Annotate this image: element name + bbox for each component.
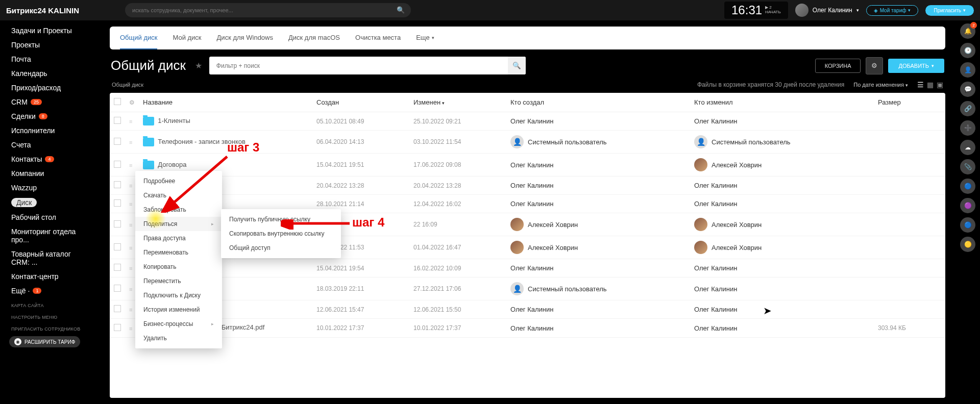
breadcrumb[interactable]: Общий диск bbox=[112, 82, 143, 88]
sidebar-item[interactable]: Wazzup bbox=[0, 181, 100, 195]
add-button[interactable]: ДОБАВИТЬ ▾ bbox=[888, 59, 944, 73]
row-checkbox[interactable] bbox=[114, 138, 121, 145]
select-all-checkbox[interactable] bbox=[114, 98, 121, 105]
sidebar-item[interactable]: Сделки8 bbox=[0, 109, 100, 123]
tariff-button[interactable]: ◈ Мой тариф ▾ bbox=[866, 5, 919, 16]
rail-icon[interactable]: 🕑 bbox=[960, 43, 975, 58]
sidebar-item[interactable]: Календарь bbox=[0, 66, 100, 81]
sidebar-footer-link[interactable]: ПРИГЛАСИТЬ СОТРУДНИКОВ bbox=[0, 321, 100, 333]
tab[interactable]: Очистка места bbox=[355, 27, 401, 49]
row-checkbox[interactable] bbox=[114, 181, 121, 188]
expand-tariff-button[interactable]: ◉РАСШИРИТЬ ТАРИФ bbox=[9, 336, 80, 347]
rail-icon[interactable]: 💬 bbox=[960, 82, 975, 97]
row-checkbox[interactable] bbox=[114, 285, 121, 292]
sidebar-item[interactable]: Компании bbox=[0, 166, 100, 181]
context-menu-item[interactable]: История изменений bbox=[135, 302, 222, 317]
rail-icon[interactable]: 🔵 bbox=[960, 179, 975, 194]
row-checkbox[interactable] bbox=[114, 199, 121, 207]
drag-handle-icon[interactable]: ≡ bbox=[129, 118, 132, 124]
context-menu-item[interactable]: Подключить к Диску bbox=[135, 288, 222, 302]
table-row[interactable]: ≡ 1-Клиенты05.10.2021 08:4925.10.2022 09… bbox=[110, 112, 945, 131]
rail-icon[interactable]: 🔗 bbox=[960, 101, 975, 116]
sidebar-footer-link[interactable]: НАСТРОИТЬ МЕНЮ bbox=[0, 310, 100, 321]
sidebar-item[interactable]: Исполнители bbox=[0, 123, 100, 138]
drag-handle-icon[interactable]: ≡ bbox=[129, 325, 132, 332]
col-size[interactable]: Размер bbox=[874, 93, 945, 112]
search-input[interactable] bbox=[125, 3, 411, 17]
rail-icon[interactable]: 🟣 bbox=[960, 198, 975, 213]
context-menu-item[interactable]: Скачать bbox=[135, 188, 222, 203]
sidebar-item[interactable]: Ещё ·1 bbox=[0, 284, 100, 298]
table-row[interactable]: ≡PDF Сравнение тарифов Битрикс24.pdf10.0… bbox=[110, 319, 945, 338]
sidebar-item[interactable]: Счета bbox=[0, 138, 100, 152]
drag-handle-icon[interactable]: ≡ bbox=[129, 286, 132, 292]
file-name[interactable]: 1-Клиенты bbox=[139, 112, 312, 131]
row-checkbox[interactable] bbox=[114, 305, 121, 312]
drag-handle-icon[interactable]: ≡ bbox=[129, 201, 132, 207]
sidebar-item[interactable]: CRM25 bbox=[0, 95, 100, 109]
tile-view-icon[interactable]: ▣ bbox=[937, 81, 943, 89]
table-row[interactable]: ≡ 12.06.2021 15:4712.06.2021 15:50Олег К… bbox=[110, 300, 945, 319]
sidebar-item[interactable]: Мониторинг отдела про... bbox=[0, 224, 100, 247]
rail-icon[interactable]: 👤 bbox=[960, 62, 975, 78]
rail-icon[interactable]: 🟡 bbox=[960, 237, 975, 252]
context-menu-item[interactable]: Поделиться▸ bbox=[135, 217, 222, 231]
file-name[interactable]: Телефония - записи звонков bbox=[139, 131, 312, 154]
sidebar-item[interactable]: Товарный каталог CRM: ... bbox=[0, 247, 100, 269]
col-modified[interactable]: Изменен▾ bbox=[409, 93, 506, 112]
context-submenu-item[interactable]: Общий доступ bbox=[221, 241, 341, 255]
list-view-icon[interactable]: ☰ bbox=[917, 81, 924, 89]
tab[interactable]: Мой диск bbox=[173, 27, 201, 49]
col-modifier[interactable]: Кто изменил bbox=[690, 93, 874, 112]
drag-handle-icon[interactable]: ≡ bbox=[129, 245, 132, 251]
sidebar-item[interactable]: Проекты bbox=[0, 38, 100, 52]
sort-dropdown[interactable]: По дате изменения ▾ bbox=[853, 82, 908, 88]
context-submenu-item[interactable]: Получить публичную ссылку bbox=[221, 212, 341, 226]
filter-input[interactable] bbox=[209, 57, 526, 74]
drag-handle-icon[interactable]: ≡ bbox=[129, 162, 132, 168]
context-menu-item[interactable]: Переименовать bbox=[135, 245, 222, 260]
context-menu-item[interactable]: Переместить bbox=[135, 274, 222, 288]
drag-handle-icon[interactable]: ≡ bbox=[129, 139, 132, 145]
sidebar-footer-link[interactable]: КАРТА САЙТА bbox=[0, 298, 100, 310]
sidebar-item[interactable]: Контакты4 bbox=[0, 152, 100, 166]
table-row[interactable]: ≡ 15.04.2021 19:5416.02.2022 10:09Олег К… bbox=[110, 259, 945, 277]
table-row[interactable]: ≡ Телефония - записи звонков06.04.2020 1… bbox=[110, 131, 945, 154]
drag-handle-icon[interactable]: ≡ bbox=[129, 222, 132, 228]
col-name[interactable]: Название bbox=[139, 93, 312, 112]
star-icon[interactable]: ★ bbox=[195, 61, 202, 70]
tab[interactable]: Диск для Windows bbox=[217, 27, 273, 49]
table-row[interactable]: ≡ Договора15.04.2021 19:5117.06.2022 09:… bbox=[110, 154, 945, 176]
sidebar-item[interactable]: Задачи и Проекты bbox=[0, 23, 100, 38]
trash-button[interactable]: КОРЗИНА bbox=[815, 59, 861, 73]
context-menu-item[interactable]: Права доступа bbox=[135, 231, 222, 245]
drag-handle-icon[interactable]: ≡ bbox=[129, 265, 132, 271]
tab[interactable]: Общий диск bbox=[120, 27, 157, 49]
global-search[interactable]: 🔍 bbox=[125, 3, 411, 17]
drag-handle-icon[interactable]: ≡ bbox=[129, 307, 132, 313]
invite-button[interactable]: Пригласить ▾ bbox=[925, 5, 974, 16]
context-menu-item[interactable]: Подробнее bbox=[135, 174, 222, 188]
tab[interactable]: Диск для macOS bbox=[288, 27, 340, 49]
row-checkbox[interactable] bbox=[114, 243, 121, 250]
gear-icon[interactable]: ⚙ bbox=[129, 99, 135, 106]
table-row[interactable]: ≡ 20.04.2022 13:2820.04.2022 13:28Олег К… bbox=[110, 176, 945, 195]
context-submenu-item[interactable]: Скопировать внутреннюю ссылку bbox=[221, 226, 341, 241]
context-menu-item[interactable]: Заблокировать bbox=[135, 203, 222, 217]
col-creator[interactable]: Кто создал bbox=[506, 93, 690, 112]
row-checkbox[interactable] bbox=[114, 161, 121, 168]
context-menu-item[interactable]: Удалить bbox=[135, 331, 222, 345]
row-checkbox[interactable] bbox=[114, 324, 121, 331]
row-checkbox[interactable] bbox=[114, 117, 121, 124]
sidebar-item[interactable]: Почта bbox=[0, 52, 100, 66]
rail-icon[interactable]: 🔵 bbox=[960, 217, 975, 233]
context-menu-item[interactable]: Бизнес-процессы▸ bbox=[135, 317, 222, 331]
clock-widget[interactable]: 16:31 ▶ 2 НАЧАТЬ bbox=[724, 2, 788, 19]
current-user[interactable]: Олег Калинин ▾ bbox=[795, 4, 859, 17]
filter-search-button[interactable]: 🔍 bbox=[508, 57, 526, 74]
settings-button[interactable]: ⚙ bbox=[866, 57, 883, 74]
rail-icon[interactable]: ➕ bbox=[960, 120, 975, 136]
sidebar-item[interactable]: Диск bbox=[0, 195, 100, 210]
tab[interactable]: Еще▾ bbox=[416, 27, 434, 49]
row-checkbox[interactable] bbox=[114, 220, 121, 228]
